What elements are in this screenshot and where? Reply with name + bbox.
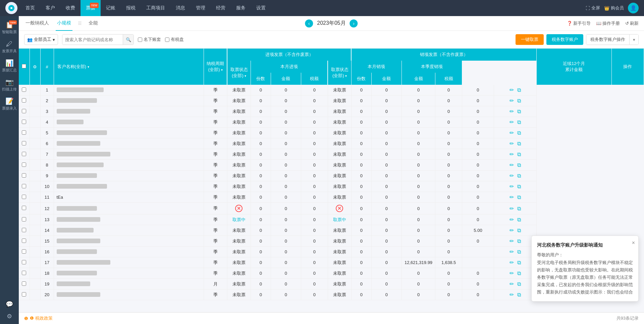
edit-icon[interactable]: ✏ bbox=[508, 98, 515, 104]
sidebar-item-scan[interactable]: 📷 扫描上传 bbox=[1, 76, 18, 94]
copy-icon[interactable]: ⧉ bbox=[516, 270, 522, 276]
row-checkbox[interactable] bbox=[22, 292, 26, 297]
row-checkbox[interactable] bbox=[22, 130, 26, 135]
row-checkbox[interactable] bbox=[22, 109, 26, 113]
avatar[interactable]: 👤 bbox=[628, 3, 639, 13]
edit-icon[interactable]: ✏ bbox=[508, 270, 515, 276]
nav-service[interactable]: 服务 bbox=[231, 0, 251, 16]
row-checkbox[interactable] bbox=[22, 98, 26, 103]
next-month-btn[interactable]: › bbox=[350, 19, 358, 27]
copy-icon[interactable]: ⧉ bbox=[516, 249, 522, 255]
copy-icon[interactable]: ⧉ bbox=[516, 162, 522, 168]
copy-icon[interactable]: ⧉ bbox=[516, 87, 522, 93]
edit-icon[interactable]: ✏ bbox=[508, 228, 515, 233]
copy-icon[interactable]: ⧉ bbox=[516, 173, 522, 179]
nav-accounting[interactable]: 记账 bbox=[101, 0, 121, 16]
edit-icon[interactable]: ✏ bbox=[508, 292, 515, 298]
manual-link[interactable]: 📖 操作手册 bbox=[596, 20, 620, 26]
has-taxdisk-checkbox-input[interactable] bbox=[165, 38, 169, 42]
copy-icon[interactable]: ⧉ bbox=[516, 119, 522, 125]
search-input[interactable] bbox=[62, 35, 123, 45]
edit-icon[interactable]: ✏ bbox=[508, 238, 515, 244]
copy-icon[interactable]: ⧉ bbox=[516, 281, 522, 287]
member-btn[interactable]: 👑 购会员 bbox=[604, 5, 624, 11]
row-checkbox[interactable] bbox=[22, 260, 26, 264]
row-checkbox[interactable] bbox=[22, 271, 26, 275]
notification-close-btn[interactable]: × bbox=[632, 239, 635, 247]
copy-icon[interactable]: ⧉ bbox=[516, 130, 522, 136]
row-checkbox[interactable] bbox=[22, 228, 26, 232]
has-taxdisk-checkbox[interactable]: 有税盘 bbox=[165, 37, 184, 43]
prev-month-btn[interactable]: ‹ bbox=[305, 19, 313, 27]
sidebar-item-summary[interactable]: 📊 票据汇总 bbox=[1, 57, 18, 75]
row-checkbox[interactable] bbox=[22, 141, 26, 145]
edit-icon[interactable]: ✏ bbox=[508, 194, 515, 200]
edit-icon[interactable]: ✏ bbox=[508, 260, 515, 265]
tab-small[interactable]: 小规模 bbox=[56, 16, 72, 31]
edit-icon[interactable]: ✏ bbox=[508, 119, 515, 125]
sidebar-item-open-ticket[interactable]: 🖊 发票开具 bbox=[1, 38, 18, 56]
row-checkbox[interactable] bbox=[22, 239, 26, 243]
edit-icon[interactable]: ✏ bbox=[508, 87, 515, 93]
copy-icon[interactable]: ⧉ bbox=[516, 292, 522, 298]
edit-icon[interactable]: ✏ bbox=[508, 206, 515, 211]
copy-icon[interactable]: ⧉ bbox=[516, 194, 522, 200]
digital-account-btn[interactable]: 税务数字账户 bbox=[546, 34, 583, 45]
copy-icon[interactable]: ⧉ bbox=[516, 238, 522, 244]
sidebar-item-message[interactable]: 💬 bbox=[1, 299, 18, 309]
nav-manage[interactable]: 管理 bbox=[191, 0, 211, 16]
copy-icon[interactable]: ⧉ bbox=[516, 109, 522, 114]
edit-icon[interactable]: ✏ bbox=[508, 162, 515, 168]
select-all-checkbox[interactable] bbox=[22, 64, 26, 68]
th-in-status[interactable]: 取票状态(全部) ▾ bbox=[227, 61, 251, 85]
edit-icon[interactable]: ✏ bbox=[508, 249, 515, 255]
row-checkbox[interactable] bbox=[22, 184, 26, 188]
row-checkbox[interactable] bbox=[22, 249, 26, 254]
row-checkbox[interactable] bbox=[22, 163, 26, 167]
digital-ops-arrow-btn[interactable]: ▾ bbox=[629, 34, 639, 45]
th-name[interactable]: 客户名称(全部) ▾ bbox=[54, 49, 204, 85]
copy-icon[interactable]: ⧉ bbox=[516, 228, 522, 233]
fullscreen-btn[interactable]: ⛶ 全屏 bbox=[586, 5, 600, 11]
tax-policy-link[interactable]: ❶ ❶ 税政政策 bbox=[24, 315, 53, 321]
row-checkbox[interactable] bbox=[22, 206, 26, 210]
nav-customer[interactable]: 客户 bbox=[40, 0, 60, 16]
copy-icon[interactable]: ⧉ bbox=[516, 141, 522, 146]
edit-icon[interactable]: ✏ bbox=[508, 130, 515, 136]
sidebar-item-entry[interactable]: 📝 票据录入 bbox=[1, 95, 18, 113]
row-checkbox[interactable] bbox=[22, 195, 26, 199]
copy-icon[interactable]: ⧉ bbox=[516, 151, 522, 157]
copy-icon[interactable]: ⧉ bbox=[516, 260, 522, 265]
nav-business[interactable]: 工商项目 bbox=[141, 0, 170, 16]
sidebar-item-smart-ticket[interactable]: 📋 new 智能取票 bbox=[1, 19, 18, 37]
new-guide-link[interactable]: ❓ 新手引导 bbox=[567, 20, 591, 26]
one-click-fetch-btn[interactable]: 一键取票 bbox=[516, 34, 544, 45]
edit-icon[interactable]: ✏ bbox=[508, 109, 515, 114]
edit-icon[interactable]: ✏ bbox=[508, 141, 515, 146]
sidebar-item-settings[interactable]: ⚙ bbox=[1, 311, 18, 321]
copy-icon[interactable]: ⧉ bbox=[516, 98, 522, 104]
row-checkbox[interactable] bbox=[22, 120, 26, 124]
search-button[interactable]: 🔍 bbox=[123, 34, 133, 45]
th-period[interactable]: 纳税周期(全部) ▾ bbox=[204, 49, 227, 85]
row-checkbox[interactable] bbox=[22, 281, 26, 286]
edit-icon[interactable]: ✏ bbox=[508, 217, 515, 222]
digital-ops-btn[interactable]: 税务数字账户操作 bbox=[586, 34, 629, 45]
nav-tax[interactable]: 报税 bbox=[121, 0, 141, 16]
nav-fee[interactable]: 收费 bbox=[60, 0, 80, 16]
edit-icon[interactable]: ✏ bbox=[508, 281, 515, 287]
nav-home[interactable]: 首页 bbox=[20, 0, 40, 16]
edit-icon[interactable]: ✏ bbox=[508, 184, 515, 189]
row-checkbox[interactable] bbox=[22, 87, 26, 92]
name-under-checkbox[interactable]: 名下账套 bbox=[138, 37, 161, 43]
tab-all[interactable]: 全能 bbox=[87, 16, 99, 31]
edit-icon[interactable]: ✏ bbox=[508, 173, 515, 179]
copy-icon[interactable]: ⧉ bbox=[516, 206, 522, 211]
row-checkbox[interactable] bbox=[22, 217, 26, 221]
name-under-checkbox-input[interactable] bbox=[138, 38, 142, 42]
th-out-status[interactable]: 取票状态(全部) ▾ bbox=[328, 61, 351, 85]
nav-message[interactable]: 消息 bbox=[170, 0, 191, 16]
refresh-link[interactable]: ↺ 刷新 bbox=[625, 20, 639, 26]
nav-operation[interactable]: 经营 bbox=[211, 0, 231, 16]
tab-general[interactable]: 一般纳税人 bbox=[24, 16, 50, 31]
